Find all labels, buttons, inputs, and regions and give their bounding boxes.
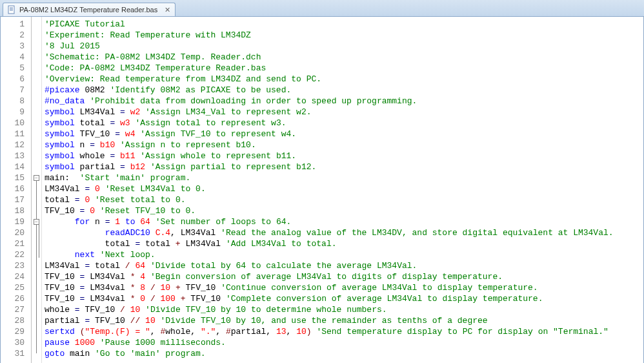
line-number: 24 bbox=[1, 271, 31, 282]
line-number: 19 bbox=[1, 216, 31, 227]
code-line[interactable]: '8 Jul 2015 bbox=[45, 41, 643, 52]
line-number: 31 bbox=[1, 348, 31, 359]
code-line[interactable]: sertxd ("Temp.(F) = ", #whole, ".", #par… bbox=[45, 326, 643, 337]
close-tab-icon[interactable]: ✕ bbox=[163, 6, 171, 14]
editor-area: 1234567891011121314151617181920212223242… bbox=[0, 17, 644, 363]
line-number: 4 bbox=[1, 52, 31, 63]
line-number: 29 bbox=[1, 326, 31, 337]
code-line[interactable]: for n = 1 to 64 'Set number of loops to … bbox=[45, 216, 643, 227]
code-line[interactable]: 'Code: PA-08M2 LM34DZ Temperature Reader… bbox=[45, 63, 643, 74]
code-line[interactable]: symbol whole = b11 'Assign whole to repr… bbox=[45, 150, 643, 161]
line-number: 21 bbox=[1, 238, 31, 249]
code-line[interactable]: TFV_10 = LM34val * 8 / 10 + TFV_10 'Cont… bbox=[45, 282, 643, 293]
code-line[interactable]: symbol total = w3 'Assign total to repre… bbox=[45, 118, 643, 129]
code-content[interactable]: 'PICAXE Tutorial'Experiment: Read Temper… bbox=[42, 17, 643, 363]
line-number: 2 bbox=[1, 30, 31, 41]
code-line[interactable]: symbol TFV_10 = w4 'Assign TVF_10 to rep… bbox=[45, 129, 643, 140]
line-number: 9 bbox=[1, 107, 31, 118]
line-number: 12 bbox=[1, 140, 31, 150]
code-line[interactable]: pause 1000 'Pause 1000 milliseconds. bbox=[45, 337, 643, 348]
svg-rect-0 bbox=[8, 6, 14, 14]
line-number: 17 bbox=[1, 194, 31, 205]
line-number: 10 bbox=[1, 118, 31, 129]
file-icon bbox=[7, 5, 16, 14]
code-line[interactable]: 'Experiment: Read Temperature with LM34D… bbox=[45, 30, 643, 41]
code-line[interactable]: TFV_10 = 0 'Reset TFV_10 to 0. bbox=[45, 205, 643, 216]
line-number: 25 bbox=[1, 282, 31, 293]
code-line[interactable]: partial = TFV_10 // 10 'Divide TFV_10 by… bbox=[45, 315, 643, 326]
fold-toggle-icon[interactable]: − bbox=[34, 175, 39, 181]
line-number: 3 bbox=[1, 41, 31, 52]
fold-margin: −− bbox=[32, 17, 42, 363]
code-line[interactable]: #picaxe 08M2 'Identify 08M2 as PICAXE to… bbox=[45, 85, 643, 96]
fold-toggle-icon[interactable]: − bbox=[34, 219, 39, 225]
tab-bar: PA-08M2 LM34DZ Temperature Reader.bas ✕ bbox=[0, 0, 644, 17]
code-line[interactable]: #no_data 'Prohibit data from downloading… bbox=[45, 96, 643, 107]
line-number: 1 bbox=[1, 19, 31, 30]
code-line[interactable]: whole = TFV_10 / 10 'Divide TFV_10 by 10… bbox=[45, 304, 643, 315]
code-line[interactable]: 'PICAXE Tutorial bbox=[45, 19, 643, 30]
line-number: 8 bbox=[1, 96, 31, 107]
line-number: 22 bbox=[1, 249, 31, 260]
line-number: 27 bbox=[1, 304, 31, 315]
file-tab[interactable]: PA-08M2 LM34DZ Temperature Reader.bas ✕ bbox=[3, 3, 176, 16]
code-line[interactable]: LM34Val = total / 64 'Divide total by 64… bbox=[45, 260, 643, 271]
code-line[interactable]: LM34Val = 0 'Reset LM34Val to 0. bbox=[45, 183, 643, 194]
line-number: 30 bbox=[1, 337, 31, 348]
line-number: 6 bbox=[1, 74, 31, 85]
line-number: 18 bbox=[1, 205, 31, 216]
line-number: 20 bbox=[1, 227, 31, 238]
line-number: 7 bbox=[1, 85, 31, 96]
tab-title: PA-08M2 LM34DZ Temperature Reader.bas bbox=[19, 6, 157, 14]
line-number: 14 bbox=[1, 161, 31, 172]
code-line[interactable]: next 'Next loop. bbox=[45, 249, 643, 260]
code-line[interactable]: TFV_10 = LM34val * 0 / 100 + TFV_10 'Com… bbox=[45, 293, 643, 304]
code-line[interactable]: readADC10 C.4, LM34Val 'Read the analog … bbox=[45, 227, 643, 238]
line-number: 15 bbox=[1, 172, 31, 183]
code-line[interactable]: symbol LM34Val = w2 'Assign LM34_Val to … bbox=[45, 107, 643, 118]
line-number: 26 bbox=[1, 293, 31, 304]
code-line[interactable]: goto main 'Go to 'main' program. bbox=[45, 348, 643, 359]
code-line[interactable]: symbol partial = b12 'Assign partial to … bbox=[45, 161, 643, 172]
line-number: 5 bbox=[1, 63, 31, 74]
line-number: 11 bbox=[1, 129, 31, 140]
code-line[interactable]: total = total + LM34Val 'Add LM34Val to … bbox=[45, 238, 643, 249]
code-line[interactable]: symbol n = b10 'Assign n to represent b1… bbox=[45, 140, 643, 150]
code-line[interactable]: 'Overview: Read temperature from LM34DZ … bbox=[45, 74, 643, 85]
line-number-gutter: 1234567891011121314151617181920212223242… bbox=[1, 17, 32, 363]
code-line[interactable]: total = 0 'Reset total to 0. bbox=[45, 194, 643, 205]
line-number: 28 bbox=[1, 315, 31, 326]
line-number: 23 bbox=[1, 260, 31, 271]
code-line[interactable]: main: 'Start 'main' program. bbox=[45, 172, 643, 183]
line-number: 13 bbox=[1, 150, 31, 161]
line-number: 16 bbox=[1, 183, 31, 194]
code-line[interactable]: 'Schematic: PA-08M2 LM34DZ Temp. Reader.… bbox=[45, 52, 643, 63]
code-line[interactable]: TFV_10 = LM34Val * 4 'Begin conversion o… bbox=[45, 271, 643, 282]
